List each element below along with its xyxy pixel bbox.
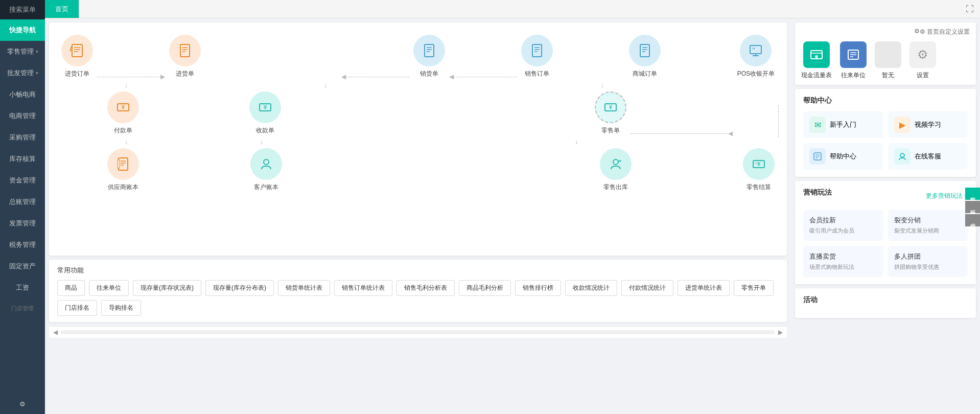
sidebar-item-invoice[interactable]: 发票管理: [0, 213, 45, 234]
flow-node-pos[interactable]: POS收银开单: [733, 33, 779, 80]
beginner-label: 新手入门: [830, 120, 856, 129]
tab-home[interactable]: 首页: [45, 0, 79, 18]
flow-node-supplier-account[interactable]: 供应商账本: [103, 146, 143, 194]
sidebar-settings-button[interactable]: ⚙: [0, 394, 45, 414]
svg-text:¥: ¥: [609, 104, 613, 111]
sidebar-item-label: 批发管理: [7, 68, 34, 78]
flow-node-purchase-order[interactable]: 进货订单: [57, 33, 97, 80]
flow-node-customer-account[interactable]: 客户账本: [246, 146, 286, 194]
sidebar-item-inventory[interactable]: 库存核算: [0, 148, 45, 170]
sidebar-item-ecommerce-small[interactable]: 小畅电商: [0, 84, 45, 105]
func-btn-sales-summary[interactable]: 销货单统计表: [278, 280, 330, 296]
sales-order-label: 销售订单: [525, 70, 549, 78]
fullscreen-button[interactable]: ⛶: [960, 5, 980, 14]
empty-label: 暂无: [882, 71, 894, 80]
svg-text:¥: ¥: [263, 104, 267, 111]
quick-icon-cashflow[interactable]: 现金流量表: [801, 41, 832, 80]
member-title: 会员拉新: [809, 216, 877, 225]
svg-point-45: [815, 55, 818, 58]
sidebar-quicknav[interactable]: 快捷导航: [0, 19, 45, 41]
sidebar-item-procurement[interactable]: 采购管理: [0, 127, 45, 148]
func-btn-purchase-summary[interactable]: 进货单统计表: [678, 280, 730, 296]
partners-label: 往来单位: [841, 71, 866, 80]
scroll-left-button[interactable]: ◀: [53, 329, 58, 336]
sidebar-item-tax[interactable]: 税务管理: [0, 234, 45, 256]
float-btn-service[interactable]: 客服热线: [965, 188, 980, 200]
sidebar-item-salary[interactable]: 工资: [0, 277, 45, 298]
marketing-more-link[interactable]: 更多营销玩法 >: [926, 192, 968, 200]
flow-node-mall-order[interactable]: 商城订单: [625, 33, 665, 80]
sidebar-item-ecommerce-manage[interactable]: 电商管理: [0, 105, 45, 127]
flow-node-purchase-bill[interactable]: 进货单: [165, 33, 205, 80]
fission-title: 裂变分销: [894, 216, 962, 225]
pos-label: POS收银开单: [737, 70, 775, 78]
svg-point-54: [900, 153, 904, 157]
func-btn-stock-dist[interactable]: 现存量(库存分布表): [205, 280, 274, 296]
func-btn-store-rank[interactable]: 门店排名: [57, 300, 97, 316]
sidebar-item-finance[interactable]: 资金管理: [0, 170, 45, 191]
func-btn-receipt-stats[interactable]: 收款情况统计: [565, 280, 617, 296]
customize-label: ⚙ 首页自定义设置: [920, 28, 970, 36]
func-btn-guide-rank[interactable]: 导购排名: [101, 300, 141, 316]
quick-access-card: ⚙ ⚙ 首页自定义设置 现金流量表 往来单位: [795, 22, 976, 85]
scroll-track[interactable]: [61, 330, 775, 334]
sidebar-item-retail[interactable]: 零售管理 ▾: [0, 41, 45, 62]
scroll-right-button[interactable]: ▶: [778, 329, 783, 336]
help-item-helpcenter[interactable]: 帮助中心: [803, 143, 883, 170]
quick-icon-empty[interactable]: 暂无: [875, 41, 901, 80]
sidebar-item-label: 资金管理: [9, 176, 36, 185]
retail-bill-label: 零售单: [601, 126, 620, 135]
svg-rect-16: [640, 44, 649, 57]
flow-node-receipt[interactable]: ¥ 收款单: [245, 89, 285, 137]
group-desc: 拼团购物享受优惠: [894, 263, 962, 271]
chevron-down-icon: ▾: [36, 49, 38, 54]
func-btn-retail-order[interactable]: 零售开单: [734, 280, 774, 296]
partners-icon: [840, 41, 867, 68]
sidebar-item-ledger[interactable]: 总账管理: [0, 191, 45, 213]
gear-icon: ⚙: [914, 28, 920, 36]
quick-icon-settings[interactable]: ⚙ 设置: [909, 41, 936, 80]
help-item-chat[interactable]: 在线客服: [888, 143, 968, 170]
down-arrow-mall: ↓: [600, 81, 604, 88]
flow-node-sales-bill[interactable]: 销货单: [409, 33, 449, 80]
flow-node-retail-bill[interactable]: ¥ 零售单: [591, 89, 631, 137]
func-btn-sales-margin[interactable]: 销售毛利分析表: [396, 280, 455, 296]
mall-order-label: 商城订单: [633, 70, 657, 78]
receipt-icon: ¥: [249, 91, 281, 123]
customize-settings-link[interactable]: ⚙ ⚙ 首页自定义设置: [801, 28, 970, 36]
activity-card: 活动: [795, 288, 976, 318]
gear-icon: ⚙: [19, 400, 26, 408]
func-btn-stock-status[interactable]: 现存量(库存状况表): [133, 280, 201, 296]
help-item-beginner[interactable]: ✉ 新手入门: [803, 111, 883, 138]
marketing-card: 营销玩法 更多营销玩法 > 会员拉新 吸引用户成为会员 裂变分销 裂变式发展分销…: [795, 181, 976, 284]
func-btn-sales-rank[interactable]: 销售排行榜: [515, 280, 561, 296]
sidebar-item-label: 库存核算: [9, 154, 36, 164]
float-btn-community[interactable]: 服务社区: [965, 201, 980, 213]
helpcenter-label: 帮助中心: [830, 152, 856, 161]
svg-rect-8: [425, 44, 434, 57]
marketing-item-live[interactable]: 直播卖货 场景式购物新玩法: [803, 246, 883, 277]
flow-node-retail-settlement[interactable]: ¥ 零售结算: [739, 146, 779, 194]
sidebar-search[interactable]: 搜索菜单: [0, 0, 45, 19]
func-btn-payment-stats[interactable]: 付款情况统计: [621, 280, 673, 296]
sidebar-item-wholesale[interactable]: 批发管理 ▾: [0, 62, 45, 84]
marketing-item-member[interactable]: 会员拉新 吸引用户成为会员: [803, 210, 883, 241]
func-btn-product-margin[interactable]: 商品毛利分析: [459, 280, 511, 296]
marketing-title: 营销玩法: [803, 188, 832, 197]
flow-node-sales-order[interactable]: 销售订单: [517, 33, 557, 80]
flow-node-retail-outbound[interactable]: 零售出库: [596, 146, 636, 194]
svg-rect-30: [119, 158, 128, 170]
float-btn-desktop[interactable]: 桌面快捷: [965, 214, 980, 226]
func-btn-product[interactable]: 商品: [57, 280, 85, 296]
help-item-video[interactable]: ▶ 视频学习: [888, 111, 968, 138]
marketing-item-group[interactable]: 多人拼团 拼团购物享受优惠: [888, 246, 968, 277]
func-btn-partners[interactable]: 往来单位: [89, 280, 129, 296]
func-btn-sales-order-summary[interactable]: 销售订单统计表: [334, 280, 392, 296]
marketing-item-fission[interactable]: 裂变分销 裂变式发展分销商: [888, 210, 968, 241]
sidebar-item-assets[interactable]: 固定资产: [0, 256, 45, 277]
sales-bill-label: 销货单: [420, 70, 438, 78]
retail-settlement-label: 零售结算: [746, 183, 771, 192]
sidebar-item-store[interactable]: 门店管理: [0, 298, 45, 318]
flow-node-payment[interactable]: ¥ 付款单: [103, 89, 143, 137]
quick-icon-partners[interactable]: 往来单位: [840, 41, 867, 80]
